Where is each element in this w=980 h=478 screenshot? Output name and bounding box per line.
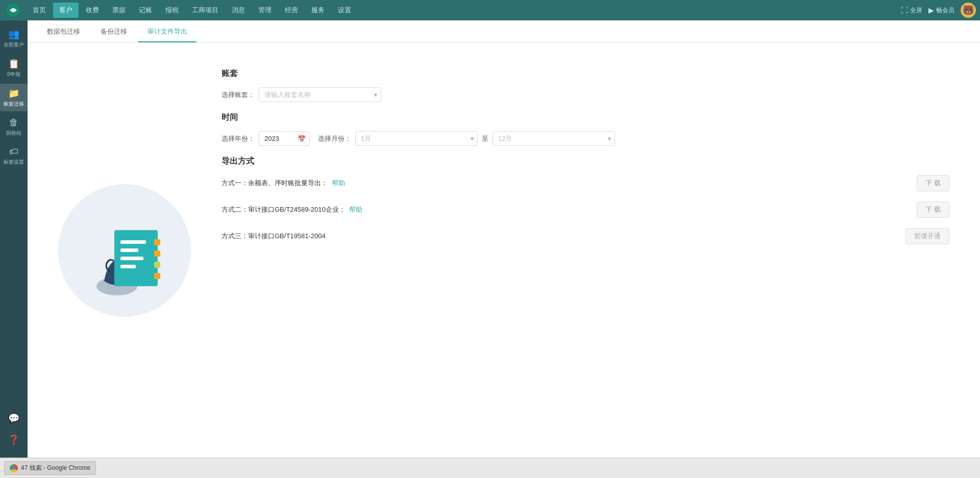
nav-business[interactable]: 工商项目 <box>186 3 225 18</box>
export-section-title: 导出方式 <box>222 156 949 167</box>
export-method-1-download-button[interactable]: 下 载 <box>917 175 949 191</box>
month-end-select[interactable]: 1月2月3月4月 5月6月7月8月 9月10月11月12月 <box>493 131 615 146</box>
chat-icon: 💬 <box>8 413 19 424</box>
svg-point-1 <box>12 9 15 12</box>
nav-operation[interactable]: 经营 <box>279 3 304 18</box>
nav-invoice[interactable]: 票据 <box>106 3 132 18</box>
account-section-title: 账套 <box>222 68 949 79</box>
illustration-area <box>58 63 191 437</box>
svg-rect-4 <box>120 240 146 244</box>
nav-tax[interactable]: 报税 <box>159 3 185 18</box>
account-select-row: 选择账套： 请输入账套名称 <box>222 87 949 102</box>
sidebar-item-recycle[interactable]: 🗑 回收站 <box>0 113 28 140</box>
account-select-label: 选择账套： <box>222 90 255 99</box>
svg-rect-7 <box>120 265 136 268</box>
export-method-2-label: 方式二：审计接口GB/T24589-2010企业： 帮助 <box>222 205 917 214</box>
sidebar-bottom: 💬 ❓ <box>0 409 28 458</box>
tab-bar: 数据包迁移 备份迁移 审计文件导出 <box>28 20 980 43</box>
help-icon: ❓ <box>8 434 19 445</box>
to-label: 至 <box>482 134 488 143</box>
top-navigation: 首页 客户 收费 票据 记账 报税 工商项目 消息 管理 经营 服务 设置 ⛶ … <box>0 0 980 20</box>
sidebar-label-recycle: 回收站 <box>6 130 21 136</box>
tab-data-migration[interactable]: 数据包迁移 <box>38 22 89 42</box>
svg-rect-11 <box>154 273 160 279</box>
content-area: 数据包迁移 备份迁移 审计文件导出 <box>28 20 980 458</box>
main-layout: 👥 全部客户 📋 0申报 📁 账套迁移 🗑 回收站 🏷 标签设置 💬 ❓ <box>0 20 980 458</box>
sidebar-label-all-customers: 全部客户 <box>4 42 24 48</box>
fullscreen-button[interactable]: ⛶ 全屏 <box>901 6 922 15</box>
svg-rect-8 <box>154 239 160 245</box>
export-method-3-label: 方式三：审计接口GB/T19581-2004 <box>222 232 905 241</box>
illustration-svg <box>79 199 170 301</box>
export-method-3-coming-soon-button: 暂缓开通 <box>905 228 949 244</box>
sidebar-label-migration: 账套迁移 <box>4 101 24 107</box>
nav-manage[interactable]: 管理 <box>252 3 278 18</box>
account-select-wrapper: 请输入账套名称 <box>259 87 381 102</box>
declaration-icon: 📋 <box>8 58 19 69</box>
nav-fee[interactable]: 收费 <box>80 3 105 18</box>
export-method-2-help[interactable]: 帮助 <box>349 206 362 213</box>
tab-audit-export[interactable]: 审计文件导出 <box>138 22 197 42</box>
nav-service[interactable]: 服务 <box>305 3 331 18</box>
export-method-1: 方式一：余额表、序时账批量导出： 帮助 下 载 <box>222 175 949 191</box>
taskbar-item-label: 47 线索 - Google Chrome <box>21 464 90 472</box>
export-method-1-label: 方式一：余额表、序时账批量导出： 帮助 <box>222 179 917 188</box>
nav-settings[interactable]: 设置 <box>332 3 357 18</box>
month-select-label: 选择月份： <box>318 134 351 143</box>
time-row: 选择年份： 📅 选择月份： 1月2月3月4月 5月6月7月8月 9月10月11月… <box>222 131 949 146</box>
member-button[interactable]: ▶ 畅会员 <box>928 6 954 15</box>
sidebar-item-help[interactable]: ❓ <box>0 430 28 449</box>
account-select[interactable]: 请输入账套名称 <box>259 87 381 102</box>
taskbar-chrome-item[interactable]: 47 线索 - Google Chrome <box>4 461 96 475</box>
sidebar: 👥 全部客户 📋 0申报 📁 账套迁移 🗑 回收站 🏷 标签设置 💬 ❓ <box>0 20 28 458</box>
sidebar-label-declaration: 0申报 <box>7 71 20 78</box>
sidebar-item-tag[interactable]: 🏷 标签设置 <box>0 142 28 169</box>
tag-icon: 🏷 <box>9 146 18 157</box>
taskbar: 47 线索 - Google Chrome <box>0 458 980 478</box>
export-method-2-download-button[interactable]: 下 载 <box>917 202 949 218</box>
year-input-wrapper: 📅 <box>259 131 310 146</box>
page-content: 账套 选择账套： 请输入账套名称 时间 选择年份： 📅 <box>28 43 980 458</box>
migration-icon: 📁 <box>8 88 19 99</box>
year-input[interactable] <box>259 131 310 146</box>
nav-customer[interactable]: 客户 <box>53 3 79 18</box>
chrome-icon <box>10 464 18 472</box>
svg-rect-6 <box>120 257 143 260</box>
month-end-wrapper: 1月2月3月4月 5月6月7月8月 9月10月11月12月 <box>493 131 615 146</box>
svg-rect-10 <box>154 262 160 268</box>
all-customers-icon: 👥 <box>8 29 19 40</box>
time-section-title: 时间 <box>222 112 949 123</box>
nav-bookkeeping[interactable]: 记账 <box>133 3 158 18</box>
year-select-label: 选择年份： <box>222 134 255 143</box>
recycle-icon: 🗑 <box>9 117 18 128</box>
sidebar-item-declaration[interactable]: 📋 0申报 <box>0 54 28 82</box>
svg-rect-5 <box>120 248 138 252</box>
top-nav-right: ⛶ 全屏 ▶ 畅会员 🐻 <box>901 3 976 18</box>
tab-backup-migration[interactable]: 备份迁移 <box>91 22 136 42</box>
sidebar-item-migration[interactable]: 📁 账套迁移 <box>0 84 28 111</box>
export-method-2: 方式二：审计接口GB/T24589-2010企业： 帮助 下 载 <box>222 202 949 218</box>
export-method-1-help[interactable]: 帮助 <box>332 179 345 187</box>
app-logo[interactable] <box>4 1 22 19</box>
svg-rect-9 <box>154 250 160 257</box>
form-area: 账套 选择账套： 请输入账套名称 时间 选择年份： 📅 <box>222 63 949 437</box>
month-start-select[interactable]: 1月2月3月4月 5月6月7月8月 9月10月11月12月 <box>355 131 478 146</box>
sidebar-item-all-customers[interactable]: 👥 全部客户 <box>0 24 28 52</box>
export-method-3: 方式三：审计接口GB/T19581-2004 暂缓开通 <box>222 228 949 244</box>
month-start-wrapper: 1月2月3月4月 5月6月7月8月 9月10月11月12月 <box>355 131 478 146</box>
nav-home[interactable]: 首页 <box>27 3 52 18</box>
user-avatar[interactable]: 🐻 <box>961 3 976 18</box>
nav-menu: 首页 客户 收费 票据 记账 报税 工商项目 消息 管理 经营 服务 设置 <box>27 3 357 18</box>
sidebar-item-chat[interactable]: 💬 <box>0 409 28 428</box>
sidebar-label-tag: 标签设置 <box>4 159 24 165</box>
illustration-circle <box>58 184 191 317</box>
nav-message[interactable]: 消息 <box>226 3 251 18</box>
